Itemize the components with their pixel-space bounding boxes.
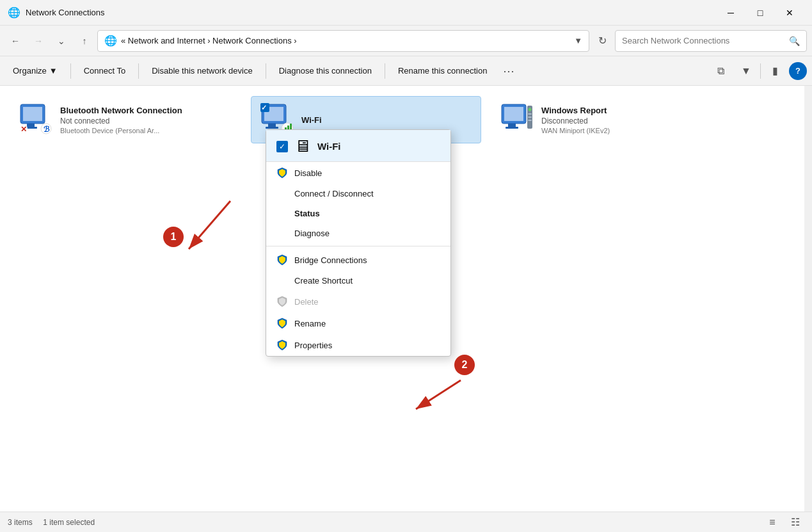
rename-button[interactable]: Rename this connection	[390, 60, 495, 83]
bridge-label: Bridge Connections	[294, 255, 367, 265]
address-box[interactable]: 🌐 « Network and Internet › Network Conne…	[97, 30, 589, 52]
app-icon: 🌐	[8, 6, 20, 19]
maximize-button[interactable]: □	[745, 3, 775, 23]
search-icon: 🔍	[789, 36, 800, 46]
statusbar-right: ≡ ☷	[763, 513, 804, 531]
layout-chevron-button[interactable]: ▼	[735, 60, 758, 83]
search-input[interactable]	[622, 36, 784, 45]
svg-text:✕: ✕	[20, 125, 27, 134]
selected-count: 1 item selected	[43, 518, 95, 527]
disable-device-button[interactable]: Disable this network device	[144, 60, 260, 83]
toolbar-right: ⧉ ▼ ▮ ?	[709, 60, 807, 83]
svg-rect-21	[506, 127, 518, 129]
toolbar: Organize ▼ Connect To Disable this netwo…	[0, 56, 812, 86]
list-view-button[interactable]: ≡	[763, 513, 781, 531]
svg-rect-11	[266, 127, 278, 129]
toolbar-separator-2	[138, 63, 139, 79]
context-menu: ✓ 🖥 Wi-Fi Disable Connect / Disconnect S…	[266, 129, 451, 357]
windows-report-name: Windows Report	[541, 106, 610, 115]
windows-report-text: Windows Report Disconnected WAN Miniport…	[541, 106, 610, 134]
context-menu-item-status[interactable]: Status	[266, 204, 450, 223]
context-menu-title: Wi-Fi	[317, 141, 341, 152]
help-button[interactable]: ?	[789, 62, 807, 80]
svg-rect-25	[528, 117, 532, 118]
svg-rect-2	[27, 124, 35, 127]
addressbar: ← → ⌄ ↑ 🌐 « Network and Internet › Netwo…	[0, 26, 812, 56]
app-title: Network Connections	[26, 8, 105, 17]
svg-text:✓: ✓	[261, 104, 267, 111]
svg-rect-1	[23, 107, 42, 121]
context-menu-item-rename[interactable]: Rename	[266, 312, 450, 334]
context-menu-header: ✓ 🖥 Wi-Fi	[266, 130, 450, 162]
titlebar-left: 🌐 Network Connections	[8, 6, 105, 19]
network-item-windows-report[interactable]: Windows Report Disconnected WAN Miniport…	[491, 96, 722, 143]
step-badge-2: 2	[454, 355, 475, 375]
svg-point-23	[529, 108, 532, 111]
dropdown-icon[interactable]: ▼	[574, 36, 582, 45]
search-box: 🔍	[615, 30, 807, 52]
close-button[interactable]: ✕	[775, 3, 804, 23]
more-options-button[interactable]: ⋯	[497, 60, 520, 83]
bluetooth-item-text: Bluetooth Network Connection Not connect…	[60, 106, 182, 134]
titlebar-controls: ─ □ ✕	[716, 3, 804, 23]
status-label: Status	[294, 209, 320, 218]
step-badge-1: 1	[163, 227, 184, 247]
connect-label: Connect / Disconnect	[294, 189, 374, 198]
toolbar-separator-4	[385, 63, 385, 79]
forward-button[interactable]: →	[28, 31, 49, 51]
refresh-button[interactable]: ↻	[592, 31, 612, 51]
up-button[interactable]: ↑	[74, 31, 95, 51]
scrollbar[interactable]	[804, 86, 812, 512]
context-menu-item-disable[interactable]: Disable	[266, 162, 450, 184]
shield-icon-disable	[276, 167, 288, 179]
bluetooth-icon-container: ✕ ℬ	[18, 102, 54, 138]
context-menu-item-bridge[interactable]: Bridge Connections	[266, 249, 450, 271]
statusbar-info: 3 items 1 item selected	[8, 518, 95, 527]
context-menu-item-connect[interactable]: Connect / Disconnect	[266, 184, 450, 204]
bluetooth-item-device: Bluetooth Device (Personal Ar...	[60, 127, 182, 134]
address-icon: 🌐	[104, 35, 117, 47]
context-menu-item-shortcut[interactable]: Create Shortcut	[266, 271, 450, 291]
breadcrumb-text: « Network and Internet › Network Connect…	[121, 36, 297, 45]
items-count: 3 items	[8, 518, 33, 527]
connect-to-button[interactable]: Connect To	[76, 60, 134, 83]
shield-icon-delete	[276, 296, 288, 307]
bluetooth-item-status: Not connected	[60, 117, 182, 125]
main-content: ✕ ℬ Bluetooth Network Connection Not con…	[0, 86, 812, 512]
bluetooth-item-name: Bluetooth Network Connection	[60, 106, 182, 115]
diagnose-label: Diagnose	[294, 229, 330, 238]
expand-button[interactable]: ⌄	[51, 31, 72, 51]
context-menu-network-icon: 🖥	[294, 136, 311, 156]
svg-rect-24	[528, 113, 532, 115]
properties-label: Properties	[294, 341, 332, 350]
svg-rect-19	[504, 107, 523, 121]
minimize-button[interactable]: ─	[716, 3, 745, 23]
svg-rect-20	[508, 124, 516, 127]
wan-icon	[499, 102, 534, 136]
toolbar-sep-right	[760, 63, 761, 79]
wifi-item-name: Wi-Fi	[301, 115, 322, 125]
layout-button[interactable]: ⧉	[709, 60, 732, 83]
shield-icon-properties	[276, 339, 288, 351]
context-menu-sep-1	[266, 246, 450, 246]
network-item-bluetooth[interactable]: ✕ ℬ Bluetooth Network Connection Not con…	[10, 96, 241, 143]
grid-view-button[interactable]: ☷	[786, 513, 804, 531]
toolbar-separator-3	[266, 63, 266, 79]
bluetooth-computer-icon: ✕ ℬ	[18, 102, 52, 136]
shield-icon-bridge	[276, 254, 288, 266]
pane-toggle-button[interactable]: ▮	[763, 60, 786, 83]
diagnose-button[interactable]: Diagnose this connection	[271, 60, 379, 83]
context-menu-item-delete: Delete	[266, 291, 450, 312]
shield-icon-rename	[276, 318, 288, 329]
svg-rect-26	[528, 120, 532, 121]
svg-text:ℬ: ℬ	[44, 125, 50, 134]
context-menu-item-diagnose[interactable]: Diagnose	[266, 223, 450, 243]
context-menu-item-properties[interactable]: Properties	[266, 334, 450, 356]
back-button[interactable]: ←	[5, 31, 26, 51]
organize-chevron-icon: ▼	[49, 66, 58, 76]
organize-button[interactable]: Organize ▼	[5, 60, 65, 83]
delete-label: Delete	[294, 297, 319, 307]
titlebar: 🌐 Network Connections ─ □ ✕	[0, 0, 812, 26]
toolbar-separator-1	[70, 63, 71, 79]
windows-report-status: Disconnected	[541, 117, 610, 125]
